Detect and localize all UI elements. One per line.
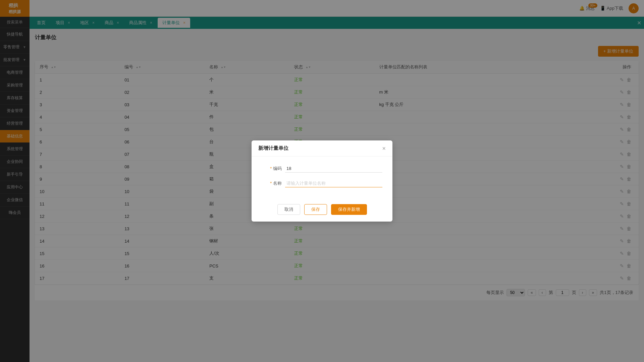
cancel-button[interactable]: 取消	[277, 204, 300, 215]
code-input[interactable]	[285, 165, 382, 173]
save-and-new-button[interactable]: 保存并新增	[331, 204, 367, 215]
name-input[interactable]	[285, 179, 382, 187]
modal-body: 编码 名称	[252, 157, 392, 199]
save-button[interactable]: 保存	[304, 204, 327, 215]
modal-overlay: 新增计量单位 × 编码 名称 取消 保存 保存并新增	[0, 0, 644, 362]
name-label: 名称	[262, 180, 282, 186]
modal-close-button[interactable]: ×	[382, 145, 386, 152]
add-unit-modal: 新增计量单位 × 编码 名称 取消 保存 保存并新增	[252, 140, 392, 222]
form-row-code: 编码	[262, 165, 382, 173]
modal-footer: 取消 保存 保存并新增	[252, 199, 392, 222]
form-row-name: 名称	[262, 179, 382, 187]
modal-header: 新增计量单位 ×	[252, 140, 392, 157]
code-label: 编码	[262, 166, 282, 172]
modal-title: 新增计量单位	[258, 145, 288, 152]
